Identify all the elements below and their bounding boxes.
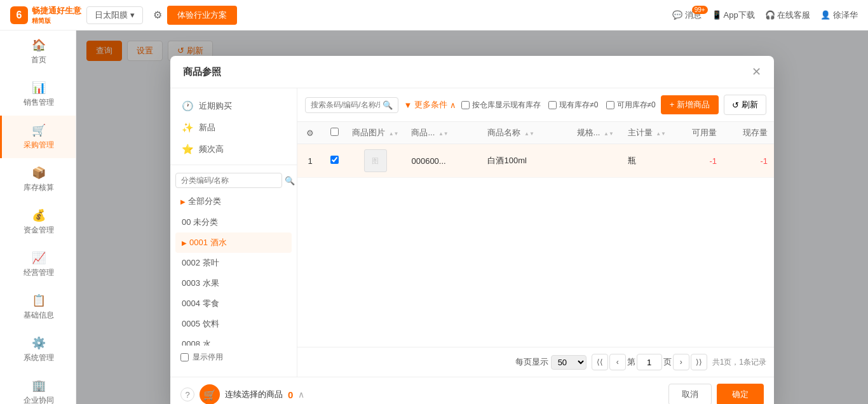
page-buttons: ⟨⟨ ‹ 第 页 › ⟩⟩ [592,354,707,370]
sidebar-item-system[interactable]: ⚙️ 系统管理 [0,328,76,371]
clock-icon: 🕐 [182,100,194,112]
category-item-uncategorized[interactable]: 00 未分类 [175,212,292,232]
row-checkbox[interactable] [323,144,346,178]
filter-checkboxes: 按仓库显示现有库存 现有库存≠0 可用库存≠0 [461,100,656,111]
modal-right-panel: 🔍 ▼ 更多条件 ∧ 按仓库显示现有库存 [297,88,774,377]
modal-overlay: 商品参照 ✕ 🕐 近期购买 ✨ 新 [76,30,868,404]
row-name: 白酒100ml [481,144,570,178]
star-icon: ⭐ [182,144,194,155]
collapse-all-button[interactable]: ▶ 全部分类 [170,193,297,210]
category-search-input[interactable] [175,173,282,188]
modal-header: 商品参照 ✕ [170,56,774,88]
row-available: -1 [672,144,723,178]
footer-collapse-button[interactable]: ∧ [298,389,304,400]
checkbox-available-stock[interactable]: 可用库存≠0 [606,100,656,111]
user-name[interactable]: 👤 徐泽华 [820,10,858,21]
headset-icon: 🎧 [765,10,775,20]
category-item-fruit[interactable]: 0003 水果 [175,273,292,293]
message-badge[interactable]: 💬 消息 99+ [672,10,702,21]
sidebar-item-home[interactable]: 🏠 首页 [0,30,76,73]
quick-frequent[interactable]: ⭐ 频次高 [175,139,292,159]
th-image[interactable]: 商品图片 ▲▼ [346,122,405,144]
purchase-icon: 🛒 [32,123,46,137]
home-icon: 🏠 [32,38,46,52]
checkbox-warehouse-stock[interactable]: 按仓库显示现有库存 [461,100,541,111]
th-settings[interactable]: ⚙ [297,122,323,144]
sidebar-item-operations[interactable]: 📈 经营管理 [0,243,76,286]
sidebar-item-enterprise[interactable]: 🏢 企业协同 [0,371,76,404]
row-stock: -1 [723,144,774,178]
nav-dropdown[interactable]: 日太阳膜 ▾ [86,6,143,24]
category-search-icon[interactable]: 🔍 [285,176,295,185]
main-content: 查询 设置 ↺ 刷新 商品参照 ✕ 🕐 [76,30,868,404]
sidebar-item-basic-info[interactable]: 📋 基础信息 [0,286,76,328]
footer-left: ? 🛒 连续选择的商品 0 ∧ [180,384,661,404]
show-disabled-area: 显示停用 [170,346,297,369]
logo-text: 畅捷通好生意 精简版 [32,5,81,25]
sidebar-item-stock[interactable]: 📦 库存核算 [0,158,76,201]
next-page-button[interactable]: › [673,354,689,370]
page-number-input[interactable] [637,354,662,370]
sort-unit-icon: ▲▼ [656,131,666,137]
app-download[interactable]: 📱 App下载 [712,10,755,21]
finance-icon: 💰 [32,208,46,222]
online-service[interactable]: 🎧 在线客服 [765,10,811,21]
tree-arrow-icon: ▶ [182,239,187,246]
first-page-button[interactable]: ⟨⟨ [592,354,608,370]
per-page-dropdown[interactable]: 50 10 20 100 [551,355,587,370]
sidebar: 🏠 首页 📊 销售管理 🛒 采购管理 📦 库存核算 💰 资金管理 📈 经营管理 … [0,30,76,404]
add-product-button[interactable]: + 新增商品 [661,95,719,114]
th-spec[interactable]: 规格... ▲▼ [571,122,621,144]
category-item-snack[interactable]: 0004 零食 [175,293,292,314]
sales-icon: 📊 [32,81,46,95]
trial-button[interactable]: 体验行业方案 [167,6,237,25]
th-name[interactable]: 商品名称 ▲▼ [481,122,570,144]
sidebar-item-finance[interactable]: 💰 资金管理 [0,201,76,243]
quick-recent[interactable]: 🕐 近期购买 [175,96,292,116]
show-disabled-checkbox[interactable] [180,353,189,361]
category-item-drink[interactable]: 0005 饮料 [175,314,292,334]
category-item-tea[interactable]: 0002 茶叶 [175,253,292,273]
table-header: ⚙ 商品图片 ▲▼ 商品... ▲▼ [297,122,774,144]
modal-title: 商品参照 [183,66,221,78]
filter-icon: ▼ [403,100,412,110]
sidebar-item-purchase[interactable]: 🛒 采购管理 [0,116,76,158]
quick-new[interactable]: ✨ 新品 [175,118,292,138]
product-search-icon[interactable]: 🔍 [383,100,393,110]
avatar: 👤 [820,10,831,20]
right-toolbar: 🔍 ▼ 更多条件 ∧ 按仓库显示现有库存 [297,88,774,122]
product-table-wrap: ⚙ 商品图片 ▲▼ 商品... ▲▼ [297,122,774,347]
product-search-input[interactable] [311,100,380,109]
pagination: 每页显示 50 10 20 100 ⟨⟨ ‹ [297,347,774,377]
message-count: 99+ [692,6,708,14]
row-code: 000600... [405,144,481,178]
table-body: 1 图 000600... 白酒100ml [297,144,774,178]
message-icon: 💬 [672,10,682,20]
th-unit[interactable]: 主计量 ▲▼ [621,122,672,144]
gear-icon[interactable]: ⚙ [153,9,162,21]
confirm-button[interactable]: 确定 [717,384,764,404]
stock-icon: 📦 [32,166,46,180]
refresh-icon: ↺ [732,100,739,110]
th-checkbox[interactable] [323,122,346,144]
help-button[interactable]: ? [180,387,194,401]
row-unit: 瓶 [621,144,672,178]
cart-icon: 🛒 [203,389,216,401]
cart-button[interactable]: 🛒 [200,384,220,404]
checkbox-current-stock[interactable]: 现有库存≠0 [548,100,598,111]
category-item-liquor[interactable]: ▶ 0001 酒水 [175,232,292,253]
refresh-button[interactable]: ↺ 刷新 [724,95,766,115]
table-row[interactable]: 1 图 000600... 白酒100ml [297,144,774,178]
last-page-button[interactable]: ⟩⟩ [691,354,707,370]
filter-button[interactable]: ▼ 更多条件 ∧ [403,99,456,111]
row-image: 图 [346,144,405,178]
modal-close-button[interactable]: ✕ [752,65,761,79]
th-code[interactable]: 商品... ▲▼ [405,122,481,144]
th-available[interactable]: 可用量 [672,122,723,144]
select-all-checkbox[interactable] [330,128,339,136]
th-stock[interactable]: 现存量 [723,122,774,144]
prev-page-button[interactable]: ‹ [609,354,626,370]
category-item-water[interactable]: 0008 水 [175,334,292,346]
cancel-button[interactable]: 取消 [668,384,712,404]
sidebar-item-sales[interactable]: 📊 销售管理 [0,73,76,116]
